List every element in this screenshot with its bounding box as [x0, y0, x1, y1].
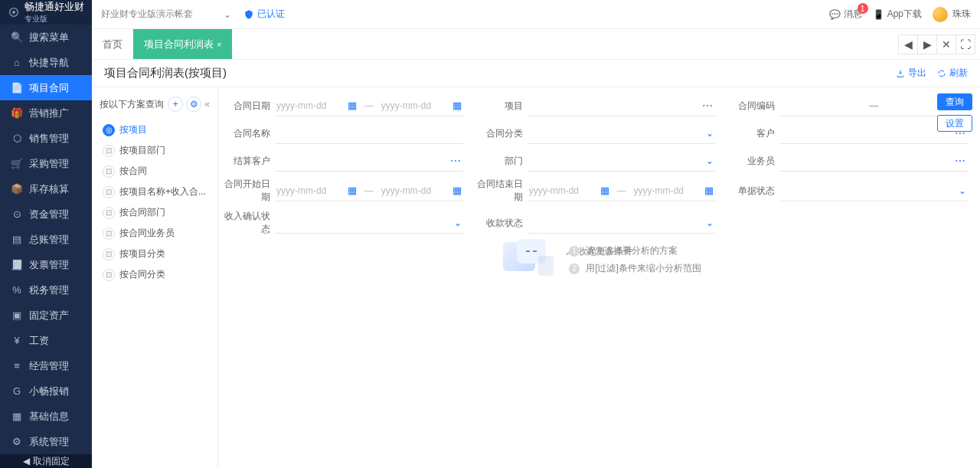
filter-contract-code: 合同编码—: [727, 95, 968, 116]
schema-settings-button[interactable]: ⚙: [186, 97, 201, 112]
sidebar-item-8[interactable]: ▤总账管理: [0, 227, 92, 252]
calendar-icon: ▦: [600, 185, 609, 196]
user-menu[interactable]: 珠珠: [933, 7, 971, 22]
schema-item-2[interactable]: ⊡按合同: [92, 161, 217, 182]
svg-point-1: [12, 11, 15, 14]
filter-start-date: 合同开始日期yyyy-mm-dd▦—yyyy-mm-dd▦: [223, 178, 463, 204]
filter-input-contract-name[interactable]: [275, 123, 463, 144]
schema-item-label: 按项目名称+收入合...: [119, 185, 206, 198]
messages-button[interactable]: 💬 消息 1: [829, 8, 862, 21]
schema-item-6[interactable]: ⊡按项目分类: [92, 244, 217, 264]
schema-item-label: 按项目: [119, 123, 147, 136]
sidebar-item-10[interactable]: %税务管理: [0, 277, 92, 303]
sidebar-item-11[interactable]: ▣固定资产: [0, 303, 92, 328]
sidebar-item-9[interactable]: 🧾发票管理: [0, 252, 92, 277]
filter-input-contract-date[interactable]: yyyy-mm-dd▦—yyyy-mm-dd▦: [275, 95, 463, 116]
schema-item-label: 按合同: [119, 165, 147, 178]
schema-item-5[interactable]: ⊡按合同业务员: [92, 223, 217, 244]
info-icon: ▦: [11, 411, 23, 423]
ledger-icon: ▤: [11, 234, 23, 246]
tab-close-all[interactable]: ✕: [936, 34, 956, 54]
sidebar-item-4[interactable]: ⬡销售管理: [0, 126, 92, 151]
sidebar-item-13[interactable]: ≡经营管理: [0, 353, 92, 378]
schema-add-button[interactable]: +: [168, 97, 183, 112]
filter-label: 合同日期: [223, 100, 270, 113]
sys-icon: ⚙: [11, 436, 23, 448]
refresh-button[interactable]: 刷新: [937, 67, 968, 80]
more-icon: ⋯: [450, 155, 462, 167]
schema-icon: ⊡: [103, 145, 115, 157]
filter-input-project[interactable]: ⋯: [528, 95, 716, 116]
org-selector[interactable]: 好业财专业版演示帐套 ⌄: [101, 8, 231, 21]
page-header: 项目合同利润表(按项目) 导出 刷新: [92, 60, 980, 87]
setting-button[interactable]: 设置: [937, 115, 972, 132]
calendar-icon: ▦: [452, 100, 462, 111]
filter-input-doc-status[interactable]: ⌄: [779, 180, 968, 201]
schema-item-0[interactable]: ◎按项目: [92, 119, 217, 140]
phone-icon: 📱: [873, 9, 884, 20]
form-area: 查询 设置 合同日期yyyy-mm-dd▦—yyyy-mm-dd▦项目⋯合同编码…: [218, 87, 980, 468]
tab-0[interactable]: 首页: [92, 29, 133, 59]
schema-panel: 按以下方案查询 + ⚙ « ◎按项目⊡按项目部门⊡按合同⊡按项目名称+收入合..…: [92, 87, 218, 468]
filter-input-dept[interactable]: ⌄: [528, 150, 716, 172]
schema-icon: ⊡: [103, 227, 115, 240]
sidebar-item-15[interactable]: ▦基础信息: [0, 404, 92, 429]
schema-item-1[interactable]: ⊡按项目部门: [92, 140, 217, 161]
filter-label: 客户: [727, 127, 775, 140]
sidebar-item-1[interactable]: ⌂快捷导航: [0, 50, 92, 75]
schema-item-label: 按项目分类: [119, 247, 165, 260]
filter-input-settle-cust[interactable]: ⋯: [275, 150, 463, 172]
sidebar-item-14[interactable]: G小畅报销: [0, 378, 92, 404]
filter-label: 单据状态: [727, 185, 775, 198]
filter-label: 项目: [475, 100, 523, 113]
chevron-down-icon: ⌄: [454, 218, 462, 228]
filter-sales: 业务员⋯: [727, 150, 968, 172]
tab-close-icon[interactable]: ×: [217, 40, 221, 49]
salary-icon: ¥: [11, 335, 23, 347]
tab-1[interactable]: 项目合同利润表×: [133, 29, 232, 59]
sidebar-item-2[interactable]: 📄项目合同: [0, 75, 92, 100]
chevron-down-icon: ⌄: [706, 155, 714, 166]
schema-item-label: 按合同分类: [119, 268, 165, 281]
filter-input-start-date[interactable]: yyyy-mm-dd▦—yyyy-mm-dd▦: [275, 180, 463, 201]
sidebar-item-label: 发票管理: [29, 258, 69, 272]
filter-input-contract-cat[interactable]: ⌄: [528, 123, 716, 144]
schema-collapse-button[interactable]: «: [204, 99, 210, 110]
fullscreen-button[interactable]: ⛶: [956, 34, 975, 54]
tab-nav-next[interactable]: ▶: [917, 34, 937, 54]
search-icon: 🔍: [11, 31, 23, 44]
sidebar-item-7[interactable]: ⊙资金管理: [0, 201, 92, 227]
sidebar-item-0[interactable]: 🔍搜索菜单: [0, 25, 92, 50]
filter-input-income-status[interactable]: ⌄: [275, 212, 463, 234]
app-download-button[interactable]: 📱 App下载: [873, 8, 922, 21]
sidebar-item-12[interactable]: ¥工资: [0, 328, 92, 353]
schema-item-3[interactable]: ⊡按项目名称+收入合...: [92, 182, 217, 202]
avatar: [933, 7, 948, 22]
brand-icon: [8, 6, 20, 18]
tab-strip: 首页项目合同利润表× ◀ ▶ ✕ ⛶: [92, 29, 980, 60]
tax-icon: %: [11, 284, 23, 296]
home-icon: ⌂: [11, 57, 23, 69]
filter-input-pay-status[interactable]: ⌄: [528, 212, 716, 234]
export-button[interactable]: 导出: [896, 67, 926, 80]
schema-item-4[interactable]: ⊡按合同部门: [92, 202, 217, 223]
tab-nav-prev[interactable]: ◀: [898, 34, 918, 54]
sidebar-item-16[interactable]: ⚙系统管理: [0, 429, 92, 454]
biz-icon: ≡: [11, 360, 23, 372]
empty-hint-1: 2用[过滤]条件来缩小分析范围: [569, 260, 701, 277]
brand-sub: 专业版: [24, 14, 84, 25]
filter-label: 结算客户: [223, 155, 270, 168]
sidebar-item-5[interactable]: 🛒采购管理: [0, 151, 92, 176]
sidebar-unpin[interactable]: ◀取消固定: [0, 454, 92, 468]
doc-icon: 📄: [11, 82, 23, 94]
sidebar-item-3[interactable]: 🎁营销推广: [0, 100, 92, 126]
schema-item-7[interactable]: ⊡按合同分类: [92, 264, 217, 285]
filter-input-sales[interactable]: ⋯: [779, 150, 968, 172]
filter-contract-name: 合同名称: [223, 123, 463, 144]
body: 按以下方案查询 + ⚙ « ◎按项目⊡按项目部门⊡按合同⊡按项目名称+收入合..…: [92, 87, 980, 468]
schema-icon: ⊡: [103, 165, 115, 178]
query-button[interactable]: 查询: [937, 93, 972, 110]
more-icon: ⋯: [955, 155, 966, 167]
filter-input-end-date[interactable]: yyyy-mm-dd▦—yyyy-mm-dd▦: [528, 180, 716, 201]
sidebar-item-6[interactable]: 📦库存核算: [0, 176, 92, 201]
